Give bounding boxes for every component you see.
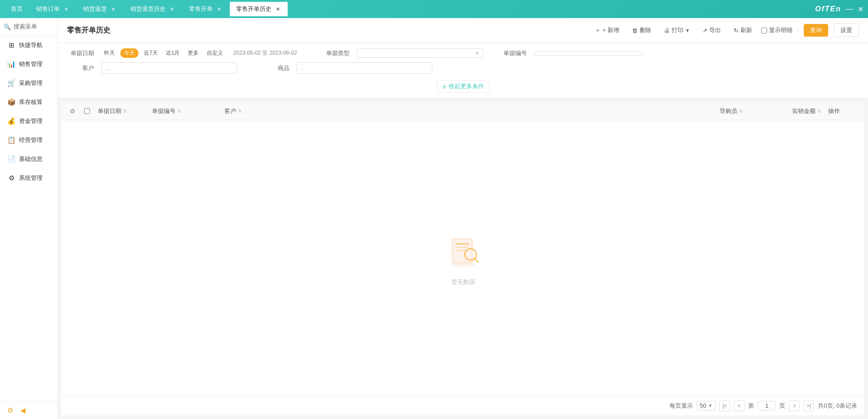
per-page-select[interactable]: 50 ▼ (697, 401, 716, 410)
sidebar-item-sales-mgmt[interactable]: 📊 销售管理 (0, 55, 57, 74)
tab-sales-order-close[interactable]: ✕ (62, 5, 70, 13)
sidebar-item-operations[interactable]: 📋 经营管理 (0, 131, 57, 150)
th-date-sort-icon: ⇅ (123, 108, 127, 113)
window-minimize-icon[interactable]: — (846, 5, 853, 13)
tab-sales-return-history[interactable]: 销货退货历史 ✕ (124, 2, 182, 16)
table-header: ⚙ 单据日期 ⇅ 单据编号 ⇅ 客户 ⇅ 导购员 ⇅ (62, 102, 864, 120)
page-first-button[interactable]: |< (719, 400, 730, 411)
th-guide-label: 导购员 (720, 107, 737, 115)
settings-button[interactable]: 设置 (834, 24, 859, 37)
collapse-button[interactable]: ∧ 收起更多条件 (436, 80, 490, 93)
sidebar-item-inventory-label: 库存核算 (19, 98, 43, 106)
table-select-all-checkbox[interactable] (80, 108, 94, 114)
sidebar-settings-icon[interactable]: ⚙ (7, 406, 13, 414)
sidebar-item-system-label: 系统管理 (19, 174, 43, 182)
th-customer-sort-icon: ⇅ (238, 108, 242, 113)
sidebar-search-label: 搜索采单 (14, 23, 37, 31)
goods-filter-input[interactable]: ... (297, 62, 432, 74)
type-filter-select[interactable]: ▼ (357, 48, 484, 58)
page-prev-button[interactable]: < (734, 400, 745, 411)
display-detail-checkbox[interactable]: 显示明细 (761, 26, 792, 34)
th-amount[interactable]: 实销金额 ⇅ (770, 107, 825, 115)
shortcut-today[interactable]: 今天 (120, 48, 138, 58)
tab-sales-return-history-label: 销货退货历史 (130, 5, 166, 13)
sidebar-item-inventory[interactable]: 📦 库存核算 (0, 93, 57, 112)
tab-retail-open-history[interactable]: 零售开单历史 ✕ (230, 2, 288, 16)
tab-retail-open-history-label: 零售开单历史 (236, 5, 271, 13)
th-guide-sort-icon: ⇅ (739, 108, 743, 113)
tab-retail-open[interactable]: 零售开单 ✕ (183, 2, 229, 16)
type-filter-dropdown-icon: ▼ (475, 51, 479, 56)
add-button[interactable]: ＋ + 新增 (591, 24, 623, 36)
export-label: 导出 (709, 26, 721, 34)
tab-home-label: 首页 (11, 5, 23, 13)
shortcut-more[interactable]: 更多 (185, 48, 201, 58)
page-label-before: 第 (748, 402, 754, 410)
customer-filter-label: 客户 (67, 64, 94, 72)
sidebar-item-operations-label: 经营管理 (19, 136, 43, 144)
page-title: 零售开单历史 (67, 26, 110, 35)
delete-button[interactable]: 🗑 删除 (628, 24, 655, 36)
th-guide[interactable]: 导购员 ⇅ (716, 107, 770, 115)
add-label: + 新增 (602, 26, 619, 34)
sidebar-item-quick-nav[interactable]: ⊞ 快捷导航 (0, 36, 57, 55)
collapse-chevron-icon: ∧ (442, 83, 447, 90)
display-detail-input[interactable] (761, 28, 767, 33)
sidebar-item-finance[interactable]: 💰 资金管理 (0, 112, 57, 131)
sidebar-item-finance-label: 资金管理 (19, 117, 43, 125)
window-close-icon[interactable]: ✕ (858, 5, 863, 14)
tab-sales-return-close[interactable]: ✕ (109, 5, 117, 13)
date-range-display: 2023-06-02 至 2023-06-02 (233, 49, 297, 57)
table-settings-icon[interactable]: ⚙ (65, 108, 80, 115)
th-customer[interactable]: 客户 ⇅ (221, 107, 716, 115)
shortcut-custom[interactable]: 自定义 (204, 48, 226, 58)
delete-icon: 🗑 (632, 27, 638, 34)
brand-logo: OfTEn (815, 5, 841, 13)
tab-sales-return-history-close[interactable]: ✕ (168, 5, 175, 13)
svg-line-7 (474, 259, 478, 262)
tab-retail-open-history-close[interactable]: ✕ (274, 5, 281, 13)
select-all-input[interactable] (84, 108, 90, 114)
th-order-no[interactable]: 单据编号 ⇅ (148, 107, 221, 115)
tab-retail-open-close[interactable]: ✕ (215, 5, 223, 13)
shortcut-1month[interactable]: 近1月 (163, 48, 183, 58)
page-number-input[interactable] (758, 401, 776, 410)
sidebar-item-system[interactable]: ⚙ 系统管理 (0, 169, 57, 188)
operations-icon: 📋 (7, 136, 15, 144)
sidebar-collapse-icon[interactable]: ◀ (20, 406, 26, 414)
sidebar-item-basic-info[interactable]: 📄 基础信息 (0, 150, 57, 169)
query-label: 查询 (810, 26, 822, 34)
th-date[interactable]: 单据日期 ⇅ (94, 107, 148, 115)
shortcut-7days[interactable]: 近7天 (141, 48, 161, 58)
empty-illustration (443, 230, 484, 271)
shortcut-yesterday[interactable]: 昨天 (101, 48, 118, 58)
tab-retail-open-label: 零售开单 (189, 5, 213, 13)
print-button[interactable]: 🖨 打印 ▼ (660, 24, 693, 36)
date-shortcuts-group: 昨天 今天 近7天 近1月 更多 自定义 (101, 48, 226, 58)
sidebar-search[interactable]: 🔍 搜索采单 (0, 18, 57, 36)
toolbar-divider (798, 26, 798, 34)
total-info: 共0页, 0条记录 (818, 402, 857, 410)
refresh-button[interactable]: ↻ 刷新 (730, 24, 756, 36)
query-button[interactable]: 查询 (804, 24, 828, 37)
page-label-after: 页 (779, 402, 785, 410)
order-no-filter-input[interactable] (534, 51, 643, 56)
sidebar-item-basic-info-label: 基础信息 (19, 155, 43, 163)
filter-row-2: 客户 ... 商品 ... (67, 62, 859, 74)
page-last-button[interactable]: >| (803, 400, 814, 411)
tab-home[interactable]: 首页 (5, 2, 29, 16)
customer-filter-input[interactable]: ... (101, 62, 237, 74)
collapse-label: 收起更多条件 (449, 82, 484, 90)
main-layout: 🔍 搜索采单 ⊞ 快捷导航 📊 销售管理 🛒 采购管理 📦 库存核算 � (0, 18, 868, 419)
sidebar-item-purchase-mgmt[interactable]: 🛒 采购管理 (0, 74, 57, 93)
refresh-icon: ↻ (734, 27, 739, 34)
tab-sales-order[interactable]: 销售订单 ✕ (30, 2, 76, 16)
th-order-no-label: 单据编号 (152, 107, 175, 115)
th-date-label: 单据日期 (98, 107, 121, 115)
export-button[interactable]: ↗ 导出 (699, 24, 725, 36)
tab-sales-return[interactable]: 销货退货 ✕ (77, 2, 123, 16)
order-no-filter-label: 单据编号 (500, 49, 527, 57)
per-page-label: 每页显示 (669, 402, 693, 410)
sidebar-nav: ⊞ 快捷导航 📊 销售管理 🛒 采购管理 📦 库存核算 💰 资金管理 📋 (0, 36, 57, 401)
page-next-button[interactable]: > (789, 400, 800, 411)
